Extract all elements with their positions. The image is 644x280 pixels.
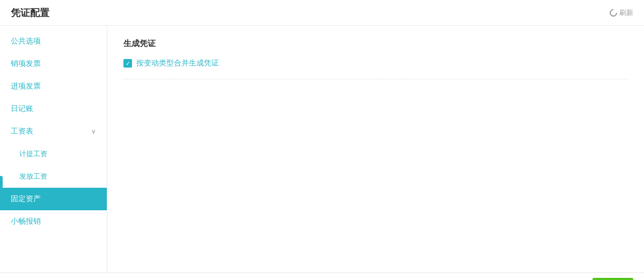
sidebar-item-pay-wages[interactable]: 发放工资: [0, 165, 107, 188]
sidebar: 公共选项 销项发票 进项发票 日记账 工资表 ∨ 计提工资 发放工资 固定资: [0, 26, 107, 272]
scroll-indicator: [0, 176, 3, 208]
sidebar-item-sales-invoice[interactable]: 销项发票: [0, 53, 107, 75]
refresh-label: 刷新: [619, 8, 633, 18]
content-area: 生成凭证 按变动类型合并生成凭证: [107, 26, 644, 272]
checkbox-row: 按变动类型合并生成凭证: [123, 58, 628, 68]
sidebar-item-accrual-wages[interactable]: 计提工资: [0, 143, 107, 165]
sidebar-item-purchase-invoice[interactable]: 进项发票: [0, 75, 107, 98]
section-title: 生成凭证: [123, 39, 628, 49]
sidebar-item-label: 固定资产: [11, 194, 41, 204]
main-layout: 公共选项 销项发票 进项发票 日记账 工资表 ∨ 计提工资 发放工资 固定资: [0, 26, 644, 272]
merge-checkbox[interactable]: [123, 59, 132, 68]
footer: 保存: [0, 272, 644, 280]
sidebar-item-label: 日记账: [11, 104, 33, 114]
sidebar-item-fixed-assets[interactable]: 固定资产: [0, 188, 107, 210]
header: 凭证配置 刷新: [0, 0, 644, 26]
refresh-button[interactable]: 刷新: [610, 8, 633, 18]
sidebar-item-label: 公共选项: [11, 36, 41, 46]
sidebar-item-label: 进项发票: [11, 82, 41, 91]
section-divider: [123, 79, 628, 79]
sidebar-item-payroll-table[interactable]: 工资表 ∨: [0, 120, 107, 143]
chevron-down-icon: ∨: [91, 128, 96, 135]
page-wrapper: 凭证配置 刷新 公共选项 销项发票 进项发票 日记账 工资表: [0, 0, 644, 280]
sidebar-item-label: 销项发票: [11, 59, 41, 69]
sidebar-item-journal[interactable]: 日记账: [0, 98, 107, 120]
sidebar-item-public-options[interactable]: 公共选项: [0, 30, 107, 53]
sidebar-item-label: 发放工资: [19, 172, 47, 181]
sidebar-item-label: 小畅报销: [11, 217, 41, 226]
page-title: 凭证配置: [11, 6, 49, 19]
refresh-icon: [608, 8, 619, 18]
sidebar-item-label: 工资表: [11, 127, 33, 136]
merge-checkbox-label[interactable]: 按变动类型合并生成凭证: [136, 58, 219, 68]
save-button[interactable]: 保存: [592, 278, 633, 281]
sidebar-item-small-expense[interactable]: 小畅报销: [0, 210, 107, 233]
sidebar-item-label: 计提工资: [19, 149, 47, 159]
